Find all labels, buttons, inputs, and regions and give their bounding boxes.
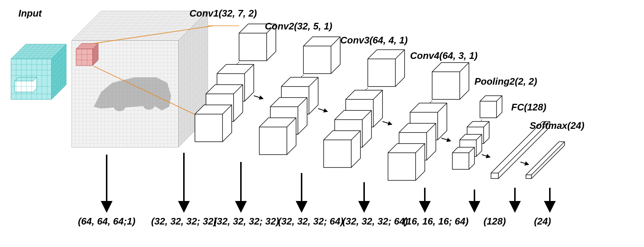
label-softmax: Softmax(24) [530, 120, 584, 131]
softmax-block [526, 142, 565, 179]
svg-line-254 [318, 109, 327, 112]
svg-line-257 [482, 155, 490, 157]
shape-softmax: (24) [534, 216, 551, 227]
svg-line-258 [520, 162, 529, 165]
shape-conv3: (32, 32, 32; 64) [278, 216, 344, 227]
svg-line-256 [441, 138, 451, 141]
label-conv2: Conv2(32, 5, 1) [265, 21, 332, 32]
voxel-volume [72, 11, 213, 147]
svg-line-255 [383, 121, 392, 124]
svg-marker-2 [11, 59, 51, 99]
shape-pool: (16, 16, 16; 64) [403, 216, 469, 227]
label-pool: Pooling2(2, 2) [474, 76, 537, 87]
label-conv1: Conv1(32, 7, 2) [189, 8, 257, 19]
shape-conv4: (32, 32, 32; 64) [342, 216, 408, 227]
shape-conv1: (32, 32, 32; 32) [151, 216, 217, 227]
label-conv3: Conv3(64, 4, 1) [340, 35, 408, 46]
svg-line-253 [254, 96, 263, 99]
shape-conv2: (32, 32, 32; 32) [214, 216, 279, 227]
architecture-diagram: Input [0, 0, 644, 247]
label-fc: FC(128) [511, 102, 546, 113]
receptive-field-cube [76, 43, 98, 66]
shape-input: (64, 64, 64;1) [78, 216, 135, 227]
label-conv4: Conv4(64, 3, 1) [410, 50, 478, 61]
pooling-block: ... [452, 96, 502, 169]
input-voxel-cube [11, 44, 66, 99]
svg-line-252 [531, 142, 565, 175]
svg-marker-152 [76, 49, 93, 66]
shape-fc: (128) [484, 216, 506, 227]
input-label: Input [18, 8, 42, 19]
